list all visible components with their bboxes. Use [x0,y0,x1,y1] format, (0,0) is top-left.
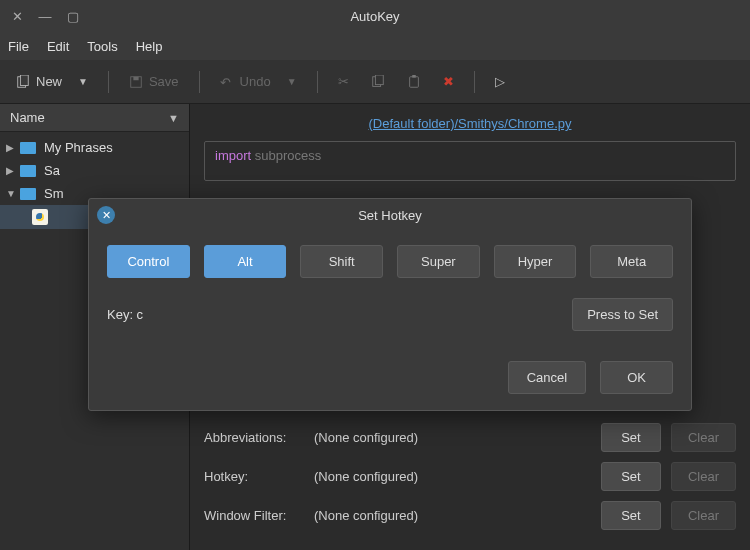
mod-control-button[interactable]: Control [107,245,190,278]
undo-label: Undo [240,74,271,89]
mod-hyper-button[interactable]: Hyper [494,245,577,278]
hotkey-label: Hotkey: [204,469,314,484]
key-row: Key: c Press to Set [107,298,673,331]
abbr-label: Abbreviations: [204,430,314,445]
abbr-set-button[interactable]: Set [601,423,661,452]
save-label: Save [149,74,179,89]
file-path-link[interactable]: (Default folder)/Smithys/Chrome.py [368,116,571,131]
menu-edit[interactable]: Edit [47,39,69,54]
svg-rect-3 [133,76,138,80]
svg-rect-6 [409,76,418,87]
delete-icon[interactable]: ✖ [435,70,462,93]
chevron-down-icon: ▼ [78,76,88,87]
row-abbreviations: Abbreviations: (None configured) Set Cle… [204,423,736,452]
python-icon [32,209,48,225]
svg-rect-1 [20,75,28,86]
undo-button[interactable]: ↶ Undo ▼ [212,70,305,93]
separator [317,71,318,93]
cancel-button[interactable]: Cancel [508,361,586,394]
toolbar: New ▼ Save ↶ Undo ▼ ✂ ✖ ▷ [0,60,750,104]
chevron-down-icon: ▼ [168,112,179,124]
dialog-title: Set Hotkey [358,208,422,223]
tree-folder-sa[interactable]: ▶ Sa [0,159,189,182]
chevron-down-icon: ▼ [287,76,297,87]
sidebar-header-label: Name [10,110,45,125]
save-button[interactable]: Save [121,70,187,93]
file-path: (Default folder)/Smithys/Chrome.py [204,110,736,141]
save-icon [129,75,143,89]
folder-icon [20,165,36,177]
editor-text: subprocess [255,148,321,163]
mod-meta-button[interactable]: Meta [590,245,673,278]
filter-value: (None configured) [314,508,591,523]
cut-icon[interactable]: ✂ [330,70,357,93]
separator [474,71,475,93]
menu-file[interactable]: File [8,39,29,54]
menubar: File Edit Tools Help [0,32,750,60]
copy-icon[interactable] [363,71,393,93]
separator [199,71,200,93]
run-icon[interactable]: ▷ [487,70,513,93]
mod-alt-button[interactable]: Alt [204,245,287,278]
new-button[interactable]: New ▼ [8,70,96,93]
mod-shift-button[interactable]: Shift [300,245,383,278]
new-icon [16,75,30,89]
menu-tools[interactable]: Tools [87,39,117,54]
tree-label: Sa [44,163,60,178]
row-hotkey: Hotkey: (None configured) Set Clear [204,462,736,491]
folder-icon [20,188,36,200]
svg-rect-5 [375,75,383,85]
separator [108,71,109,93]
properties-panel: Abbreviations: (None configured) Set Cle… [204,423,736,540]
tree-label: My Phrases [44,140,113,155]
hotkey-clear-button[interactable]: Clear [671,462,736,491]
dialog-close-icon[interactable]: ✕ [97,206,115,224]
sidebar-header[interactable]: Name ▼ [0,104,189,132]
press-to-set-button[interactable]: Press to Set [572,298,673,331]
hotkey-set-button[interactable]: Set [601,462,661,491]
dialog-titlebar: ✕ Set Hotkey [89,199,691,231]
tree-label: Sm [44,186,64,201]
caret-icon: ▶ [6,142,16,153]
mod-super-button[interactable]: Super [397,245,480,278]
ok-button[interactable]: OK [600,361,673,394]
set-hotkey-dialog: ✕ Set Hotkey Control Alt Shift Super Hyp… [88,198,692,411]
folder-icon [20,142,36,154]
row-window-filter: Window Filter: (None configured) Set Cle… [204,501,736,530]
filter-clear-button[interactable]: Clear [671,501,736,530]
paste-icon[interactable] [399,71,429,93]
window-title: AutoKey [0,9,750,24]
filter-set-button[interactable]: Set [601,501,661,530]
titlebar: ✕ — ▢ AutoKey [0,0,750,32]
dialog-body: Control Alt Shift Super Hyper Meta Key: … [89,231,691,361]
abbr-clear-button[interactable]: Clear [671,423,736,452]
menu-help[interactable]: Help [136,39,163,54]
tree-folder-my-phrases[interactable]: ▶ My Phrases [0,136,189,159]
hotkey-value: (None configured) [314,469,591,484]
undo-icon: ↶ [220,75,234,89]
modifier-row: Control Alt Shift Super Hyper Meta [107,245,673,278]
key-label: Key: c [107,307,143,322]
code-editor[interactable]: import subprocess [204,141,736,181]
filter-label: Window Filter: [204,508,314,523]
svg-rect-7 [412,75,416,78]
abbr-value: (None configured) [314,430,591,445]
new-label: New [36,74,62,89]
caret-icon: ▼ [6,188,16,199]
dialog-footer: Cancel OK [89,361,691,410]
caret-icon: ▶ [6,165,16,176]
